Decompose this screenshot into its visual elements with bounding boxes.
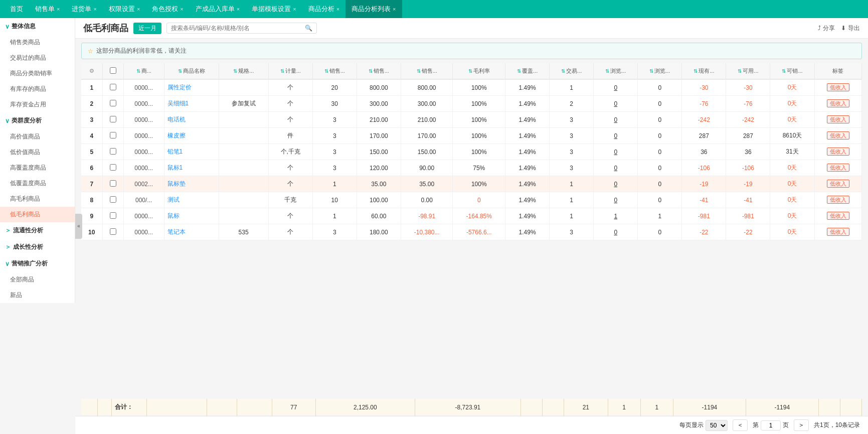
td-view1-4[interactable]: 0: [594, 144, 638, 160]
td-view1-3[interactable]: 0: [594, 128, 638, 144]
td-name-8[interactable]: 鼠标: [164, 208, 219, 224]
nav-permission-settings[interactable]: 权限设置 ×: [103, 0, 146, 18]
sidebar-item-high-coverage[interactable]: 高覆盖度商品: [0, 160, 75, 176]
nav-close-template-settings[interactable]: ×: [293, 6, 296, 12]
sidebar-item-stock-capital[interactable]: 库存资金占用: [0, 97, 75, 112]
sidebar-item-low-margin[interactable]: 低毛利商品: [0, 207, 75, 222]
nav-product-analysis[interactable]: 商品分析 ×: [302, 0, 345, 18]
search-icon[interactable]: 🔍: [305, 25, 312, 32]
th-sales-amount[interactable]: ⇅销售...: [401, 63, 453, 79]
td-name-7[interactable]: 测试: [164, 192, 219, 208]
td-sellable-days-6: 0天: [770, 176, 814, 192]
td-gross-margin-9: -5766.6...: [453, 224, 505, 240]
row-checkbox-8[interactable]: [110, 212, 116, 219]
th-name[interactable]: ⇅商品名称: [164, 63, 219, 79]
td-view1-7[interactable]: 0: [594, 192, 638, 208]
row-checkbox-3[interactable]: [110, 132, 116, 138]
th-view1[interactable]: ⇅浏览...: [594, 63, 638, 79]
sidebar-group-cluster[interactable]: ∨ 类群度分析: [0, 112, 75, 129]
nav-close-permission-settings[interactable]: ×: [137, 6, 140, 12]
td-view1-5[interactable]: 0: [594, 160, 638, 176]
footer-total-row: 合计： 77 2,125.00 -8,723.91 21 1 1 -1194 -…: [81, 399, 862, 416]
nav-close-product-warehousing[interactable]: ×: [237, 6, 240, 12]
sidebar-item-low-value[interactable]: 低价值商品: [0, 144, 75, 160]
row-checkbox-4[interactable]: [110, 148, 116, 155]
td-name-2[interactable]: 电话机: [164, 112, 219, 128]
sidebar-group-flow[interactable]: ＞ 流通性分析: [0, 222, 75, 239]
td-name-3[interactable]: 橡皮擦: [164, 128, 219, 144]
td-tag-7: 低收入: [814, 192, 861, 208]
nav-template-settings[interactable]: 单据模板设置 ×: [246, 0, 302, 18]
sidebar-item-high-value[interactable]: 高价值商品: [0, 129, 75, 144]
th-transaction[interactable]: ⇅交易...: [550, 63, 594, 79]
per-page-select[interactable]: 50: [706, 420, 728, 431]
nav-close-product-analysis-list[interactable]: ×: [393, 6, 396, 12]
td-sales-amount-4: 150.00: [401, 144, 453, 160]
sidebar-item-in-stock[interactable]: 有库存的商品: [0, 81, 75, 97]
nav-role-auth[interactable]: 角色授权 ×: [146, 0, 189, 18]
th-code[interactable]: ⇅商...: [123, 63, 164, 79]
td-current-stock-8: -981: [682, 208, 726, 224]
search-input[interactable]: [171, 25, 305, 32]
row-checkbox-1[interactable]: [110, 100, 116, 106]
row-checkbox-6[interactable]: [110, 180, 116, 187]
nav-sales-order[interactable]: 销售单 ×: [29, 0, 66, 18]
nav-purchase-order[interactable]: 进货单 ×: [66, 0, 102, 18]
next-page-button[interactable]: ＞: [794, 419, 809, 431]
th-sales-price[interactable]: ⇅销售...: [357, 63, 401, 79]
sidebar-item-all-products[interactable]: 全部商品: [0, 272, 75, 287]
td-view1-9[interactable]: 0: [594, 224, 638, 240]
export-button[interactable]: ⬇ 导出: [841, 24, 860, 33]
row-checkbox-9[interactable]: [110, 228, 116, 235]
nav-product-analysis-list[interactable]: 商品分析列表 ×: [345, 0, 402, 18]
row-checkbox-5[interactable]: [110, 164, 116, 171]
sidebar-item-low-coverage[interactable]: 低覆盖度商品: [0, 176, 75, 191]
th-coverage[interactable]: ⇅覆盖...: [505, 63, 550, 79]
td-name-0[interactable]: 属性定价: [164, 79, 219, 96]
collapse-sidebar-button[interactable]: «: [75, 214, 82, 239]
td-name-4[interactable]: 铅笔1: [164, 144, 219, 160]
row-checkbox-7[interactable]: [110, 196, 116, 203]
td-sales-qty-7: 10: [312, 192, 357, 208]
td-name-9[interactable]: 笔记本: [164, 224, 219, 240]
row-checkbox-2[interactable]: [110, 116, 116, 122]
td-name-6[interactable]: 鼠标垫: [164, 176, 219, 192]
th-gear[interactable]: ⚙: [81, 63, 102, 79]
sidebar-group-marketing[interactable]: ∨ 营销推广分析: [0, 255, 75, 272]
th-gross-margin[interactable]: ⇅毛利率: [453, 63, 505, 79]
sidebar-item-category-rate[interactable]: 商品分类助销率: [0, 66, 75, 81]
date-filter-button[interactable]: 近一月: [133, 23, 161, 34]
nav-product-warehousing[interactable]: 产成品入库单 ×: [190, 0, 246, 18]
sidebar-item-high-margin[interactable]: 高毛利商品: [0, 191, 75, 207]
td-view1-1[interactable]: 0: [594, 96, 638, 112]
th-usable-stock[interactable]: ⇅可用...: [726, 63, 770, 79]
select-all-checkbox[interactable]: [110, 67, 116, 74]
share-button[interactable]: ⤴ 分享: [818, 24, 835, 33]
th-sales-qty[interactable]: ⇅销售...: [312, 63, 357, 79]
nav-close-role-auth[interactable]: ×: [180, 6, 183, 12]
td-view1-6[interactable]: 0: [594, 176, 638, 192]
th-unit[interactable]: ⇅计量...: [268, 63, 312, 79]
nav-close-product-analysis[interactable]: ×: [336, 6, 339, 12]
td-view1-2[interactable]: 0: [594, 112, 638, 128]
td-view1-0[interactable]: 0: [594, 79, 638, 96]
sidebar-item-traded-products[interactable]: 交易过的商品: [0, 50, 75, 66]
td-name-1[interactable]: 吴细细1: [164, 96, 219, 112]
td-view1-8[interactable]: 1: [594, 208, 638, 224]
sidebar-group-overall[interactable]: ∨ 整体信息: [0, 18, 75, 35]
th-view2[interactable]: ⇅浏览...: [638, 63, 682, 79]
th-current-stock[interactable]: ⇅现有...: [682, 63, 726, 79]
page-number-input[interactable]: [761, 420, 781, 430]
th-sellable-days[interactable]: ⇅可销...: [770, 63, 814, 79]
row-checkbox-0[interactable]: [110, 84, 116, 90]
th-spec[interactable]: ⇅规格...: [219, 63, 268, 79]
prev-page-button[interactable]: ＜: [733, 419, 748, 431]
nav-close-sales-order[interactable]: ×: [57, 6, 60, 12]
nav-close-purchase-order[interactable]: ×: [93, 6, 96, 12]
td-name-5[interactable]: 鼠标1: [164, 160, 219, 176]
nav-home[interactable]: 首页: [4, 0, 29, 18]
sidebar-group-growth[interactable]: ＞ 成长性分析: [0, 239, 75, 255]
sidebar-item-sales-products[interactable]: 销售类商品: [0, 35, 75, 50]
th-tag[interactable]: 标签: [814, 63, 861, 79]
sidebar-item-new-products[interactable]: 新品: [0, 287, 75, 303]
